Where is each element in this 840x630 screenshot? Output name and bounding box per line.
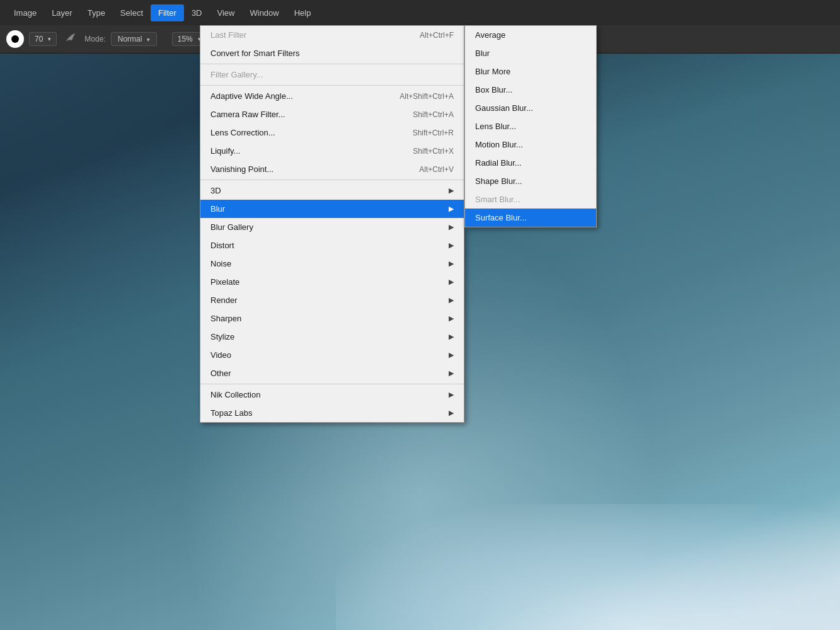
- separator-1: [200, 64, 464, 64]
- mode-chevron-icon: ▾: [147, 37, 150, 43]
- submenu-item-blur-more[interactable]: Blur More: [465, 62, 596, 81]
- arrow-icon-nik: ▶: [449, 391, 454, 399]
- separator-2: [200, 85, 464, 86]
- menu-item-convert-smart[interactable]: Convert for Smart Filters: [200, 44, 464, 62]
- menubar: Image Layer Type Select Filter 3D View W…: [0, 0, 840, 25]
- submenu-item-average[interactable]: Average: [465, 26, 596, 44]
- menu-item-lens-correction[interactable]: Lens Correction... Shift+Ctrl+R: [200, 123, 464, 142]
- filter-menu: Last Filter Alt+Ctrl+F Convert for Smart…: [200, 25, 464, 423]
- menu-3d[interactable]: 3D: [184, 4, 210, 21]
- menu-item-3d[interactable]: 3D ▶: [200, 181, 464, 200]
- submenu-item-lens-blur[interactable]: Lens Blur...: [465, 117, 596, 135]
- arrow-icon-other: ▶: [449, 369, 454, 377]
- ice-area: [336, 504, 840, 630]
- arrow-icon-topaz: ▶: [449, 409, 454, 417]
- menu-item-filter-gallery[interactable]: Filter Gallery...: [200, 66, 464, 84]
- menu-item-pixelate[interactable]: Pixelate ▶: [200, 273, 464, 291]
- menu-filter[interactable]: Filter: [151, 4, 184, 21]
- arrow-icon-sharpen: ▶: [449, 314, 454, 323]
- arrow-icon-blur: ▶: [449, 205, 454, 213]
- arrow-icon-noise: ▶: [449, 260, 454, 268]
- menu-item-distort[interactable]: Distort ▶: [200, 236, 464, 255]
- menu-help[interactable]: Help: [287, 4, 319, 21]
- menu-select[interactable]: Select: [113, 4, 151, 21]
- submenu-item-gaussian-blur[interactable]: Gaussian Blur...: [465, 99, 596, 117]
- menu-item-nik[interactable]: Nik Collection ▶: [200, 386, 464, 404]
- menu-item-sharpen[interactable]: Sharpen ▶: [200, 309, 464, 328]
- arrow-icon-render: ▶: [449, 296, 454, 304]
- menu-item-render[interactable]: Render ▶: [200, 291, 464, 309]
- brush-icon: [10, 34, 20, 44]
- mode-value: Normal: [118, 35, 142, 43]
- menu-item-video[interactable]: Video ▶: [200, 346, 464, 364]
- brush-size-chevron-icon: ▾: [48, 36, 51, 42]
- arrow-icon-stylize: ▶: [449, 333, 454, 341]
- menu-item-liquify[interactable]: Liquify... Shift+Ctrl+X: [200, 142, 464, 160]
- mode-label: Mode:: [84, 35, 105, 43]
- menu-item-topaz[interactable]: Topaz Labs ▶: [200, 404, 464, 422]
- menu-image[interactable]: Image: [6, 4, 44, 21]
- menu-item-adaptive-wide[interactable]: Adaptive Wide Angle... Alt+Shift+Ctrl+A: [200, 87, 464, 105]
- menu-item-stylize[interactable]: Stylize ▶: [200, 328, 464, 346]
- arrow-icon-distort: ▶: [449, 241, 454, 249]
- menu-item-vanishing-point[interactable]: Vanishing Point... Alt+Ctrl+V: [200, 160, 464, 178]
- arrow-icon-pixelate: ▶: [449, 278, 454, 286]
- brush-size-dropdown[interactable]: 70 ▾: [29, 32, 57, 46]
- menu-item-other[interactable]: Other ▶: [200, 364, 464, 382]
- menu-view[interactable]: View: [210, 4, 243, 21]
- submenu-item-shape-blur[interactable]: Shape Blur...: [465, 172, 596, 190]
- submenu-item-surface-blur[interactable]: Surface Blur...: [465, 209, 596, 227]
- blur-submenu: Average Blur Blur More Box Blur... Gauss…: [464, 25, 597, 227]
- mode-dropdown[interactable]: Normal ▾: [111, 32, 157, 46]
- arrow-icon-blur-gallery: ▶: [449, 223, 454, 231]
- menu-item-last-filter[interactable]: Last Filter Alt+Ctrl+F: [200, 26, 464, 44]
- separator-4: [200, 384, 464, 384]
- submenu-item-blur[interactable]: Blur: [465, 44, 596, 62]
- arrow-icon-video: ▶: [449, 351, 454, 359]
- arrow-icon-3d: ▶: [449, 186, 454, 195]
- brush-type-icon[interactable]: [62, 29, 79, 49]
- separator-3: [200, 180, 464, 180]
- brush-preview: [6, 30, 24, 48]
- menu-type[interactable]: Type: [80, 4, 113, 21]
- zoom-value: 15%: [178, 35, 193, 43]
- menu-item-camera-raw[interactable]: Camera Raw Filter... Shift+Ctrl+A: [200, 105, 464, 123]
- submenu-item-smart-blur[interactable]: Smart Blur...: [465, 190, 596, 209]
- menu-item-noise[interactable]: Noise ▶: [200, 255, 464, 273]
- menu-layer[interactable]: Layer: [44, 4, 80, 21]
- submenu-item-box-blur[interactable]: Box Blur...: [465, 81, 596, 99]
- brush-size-value: 70: [35, 35, 43, 43]
- menu-window[interactable]: Window: [242, 4, 286, 21]
- submenu-item-motion-blur[interactable]: Motion Blur...: [465, 135, 596, 154]
- menu-item-blur[interactable]: Blur ▶: [200, 200, 464, 218]
- menu-item-blur-gallery[interactable]: Blur Gallery ▶: [200, 218, 464, 236]
- submenu-item-radial-blur[interactable]: Radial Blur...: [465, 154, 596, 172]
- svg-point-0: [11, 35, 19, 43]
